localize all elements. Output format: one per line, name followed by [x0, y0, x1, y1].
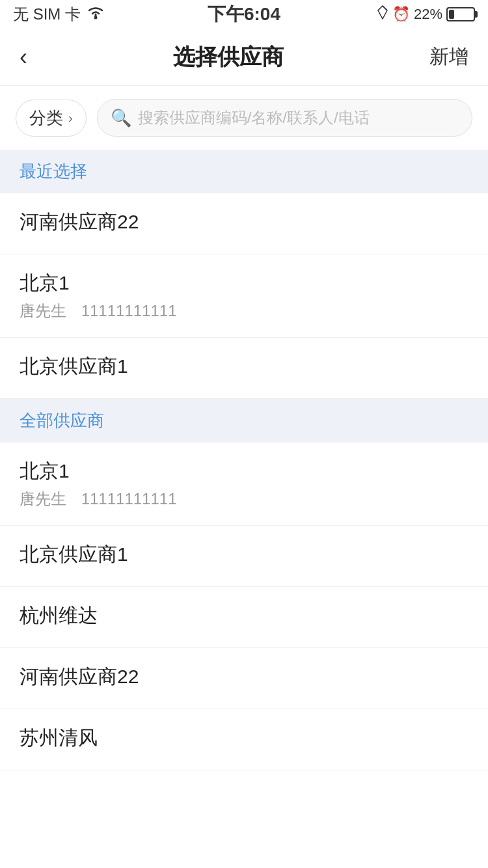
contact-phone: 11111111111 — [81, 490, 177, 508]
filter-bar: 分类 › 🔍 搜索供应商编码/名称/联系人/电话 — [0, 86, 488, 150]
list-item[interactable]: 杭州维达 — [0, 587, 488, 648]
list-item[interactable]: 河南供应商22 — [0, 648, 488, 709]
item-detail: 唐先生 11111111111 — [20, 301, 468, 321]
no-sim-text: 无 SIM 卡 — [13, 4, 81, 25]
chevron-right-icon: › — [68, 111, 73, 126]
nav-bar: ‹ 选择供应商 新增 — [0, 29, 488, 86]
category-label: 分类 — [29, 107, 63, 129]
search-placeholder: 搜索供应商编码/名称/联系人/电话 — [138, 107, 370, 128]
status-right: ⏰ 22% — [377, 5, 475, 23]
svg-point-0 — [94, 16, 98, 20]
status-bar: 无 SIM 卡 下午6:04 ⏰ 22% — [0, 0, 488, 29]
contact-name: 唐先生 — [20, 490, 66, 508]
item-name: 北京供应商1 — [20, 353, 468, 380]
search-icon: 🔍 — [111, 108, 131, 128]
item-name: 北京1 — [20, 458, 468, 485]
item-name: 杭州维达 — [20, 603, 468, 629]
item-name: 北京供应商1 — [20, 541, 468, 568]
recent-list: 河南供应商22 北京1 唐先生 11111111111 北京供应商1 — [0, 193, 488, 399]
alarm-icon: ⏰ — [392, 6, 410, 23]
all-section-header: 全部供应商 — [0, 399, 488, 442]
list-item[interactable]: 北京供应商1 — [0, 338, 488, 399]
all-section-label: 全部供应商 — [20, 411, 104, 430]
contact-phone: 11111111111 — [81, 302, 177, 319]
list-item[interactable]: 北京1 唐先生 11111111111 — [0, 442, 488, 526]
list-item[interactable]: 北京1 唐先生 11111111111 — [0, 254, 488, 338]
item-name: 河南供应商22 — [20, 664, 468, 690]
item-name: 河南供应商22 — [20, 209, 468, 236]
search-box[interactable]: 🔍 搜索供应商编码/名称/联系人/电话 — [97, 99, 472, 137]
category-button[interactable]: 分类 › — [16, 100, 87, 137]
item-detail: 唐先生 11111111111 — [20, 489, 468, 509]
new-button[interactable]: 新增 — [429, 44, 468, 70]
item-name: 苏州清风 — [20, 725, 468, 752]
recent-section-header: 最近选择 — [0, 150, 488, 193]
battery-icon — [446, 7, 475, 21]
wifi-icon — [86, 5, 105, 23]
back-button[interactable]: ‹ — [20, 44, 27, 71]
battery-fill — [449, 10, 454, 19]
battery-percent: 22% — [414, 6, 442, 23]
status-left: 无 SIM 卡 — [13, 4, 105, 25]
all-list: 北京1 唐先生 11111111111 北京供应商1 杭州维达 河南供应商22 … — [0, 442, 488, 770]
location-icon — [377, 5, 388, 23]
page-title: 选择供应商 — [173, 42, 284, 72]
list-item[interactable]: 河南供应商22 — [0, 193, 488, 254]
list-item[interactable]: 北京供应商1 — [0, 526, 488, 587]
status-time: 下午6:04 — [208, 2, 280, 27]
list-item[interactable]: 苏州清风 — [0, 709, 488, 770]
contact-name: 唐先生 — [20, 302, 66, 319]
item-name: 北京1 — [20, 270, 468, 297]
recent-section-label: 最近选择 — [20, 161, 87, 181]
